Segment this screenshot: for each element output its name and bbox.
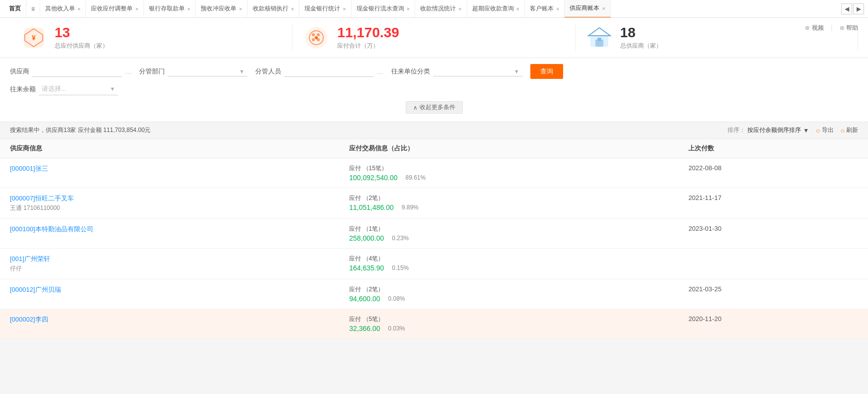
trans-amount-link-2[interactable]: 258,000.00 bbox=[349, 234, 384, 242]
balance-chevron-down-icon: ▼ bbox=[110, 86, 115, 92]
summary-bar: ¥ 13 总应付供应商（家） 11,170.39 应付合计（万） bbox=[0, 18, 868, 58]
nav-tab-collection-verify[interactable]: 收款核销执行 × bbox=[248, 0, 299, 18]
svg-point-6 bbox=[317, 33, 320, 36]
person-filter-label: 分管人员 bbox=[255, 67, 281, 76]
supplier-info-1: [000007]恒旺二手叉车 王通 17106110000 bbox=[10, 194, 349, 212]
supplier-name-4: [000012]广州贝瑞 bbox=[10, 285, 349, 294]
export-icon: ○ bbox=[816, 127, 820, 134]
nav-tab-cash-flow-query[interactable]: 现金银行流水查询 × bbox=[352, 0, 415, 18]
close-collection-stat-icon[interactable]: × bbox=[458, 6, 461, 12]
table-row: [000012]广州贝瑞 应付 （2笔） 94,600.00 0.08% 202… bbox=[0, 279, 868, 309]
nav-tab-home[interactable]: 首页 bbox=[4, 0, 26, 18]
export-label: 导出 bbox=[822, 126, 834, 134]
last-pay-2: 2023-01-30 bbox=[688, 225, 858, 232]
trans-amount-link-4[interactable]: 94,600.00 bbox=[349, 295, 380, 303]
nav-tab-collection-stat[interactable]: 收款情况统计 × bbox=[415, 0, 467, 18]
close-other-income-icon[interactable]: × bbox=[77, 6, 80, 12]
svg-rect-13 bbox=[597, 38, 601, 41]
nav-tab-overdue-ar-query[interactable]: 超期应收款查询 × bbox=[467, 0, 525, 18]
nav-tab-other-income[interactable]: 其他收入单 × bbox=[40, 0, 86, 18]
svg-point-9 bbox=[315, 36, 318, 39]
trans-label-2: 应付 （1笔） bbox=[349, 225, 688, 233]
close-ar-ap-adjust-icon[interactable]: × bbox=[135, 6, 138, 12]
dept-chevron-down-icon: ▼ bbox=[239, 68, 244, 74]
top-navigation: 首页 ≡ 其他收入单 × 应收应付调整单 × 银行存取款单 × 预收冲应收单 ×… bbox=[0, 0, 868, 18]
help-link[interactable]: ⊙ 帮助 bbox=[840, 24, 858, 32]
dept-filter-select[interactable]: ▼ bbox=[168, 67, 247, 76]
svg-point-7 bbox=[312, 38, 315, 41]
summary-payable-amount: 11,170.39 应付合计（万） bbox=[292, 24, 575, 52]
person-filter-input[interactable] bbox=[284, 66, 373, 77]
supplier-contact-1: 王通 17106110000 bbox=[10, 204, 349, 212]
close-prepay-ar-icon[interactable]: × bbox=[239, 6, 242, 12]
supplier-link-2[interactable]: [000100]本特勤油品有限公司 bbox=[10, 225, 93, 233]
payable-amount-label: 应付合计（万） bbox=[337, 42, 399, 50]
nav-tab-supplier-ledger[interactable]: 供应商账本 × bbox=[565, 0, 610, 18]
nav-tab-overdue-ar-query-label: 超期应收款查询 bbox=[472, 4, 514, 13]
nav-tab-collection-verify-label: 收款核销执行 bbox=[253, 4, 289, 13]
supplier-link-4[interactable]: [000012]广州贝瑞 bbox=[10, 286, 61, 293]
nav-prev-button[interactable]: ◀ bbox=[841, 3, 852, 14]
nav-tab-ar-ap-adjust[interactable]: 应收应付调整单 × bbox=[86, 0, 144, 18]
sort-control[interactable]: 排序： 按应付余额倒序排序 ▼ bbox=[727, 126, 809, 134]
supplier-filter-input[interactable] bbox=[32, 66, 122, 77]
filter-row-2: 往来余额 请选择... ▼ bbox=[10, 83, 858, 95]
refresh-label: 刷新 bbox=[846, 126, 858, 134]
summary-payable-suppliers: ¥ 13 总应付供应商（家） bbox=[10, 24, 292, 52]
sort-value[interactable]: 按应付余额倒序排序 bbox=[747, 126, 801, 134]
trans-amount-link-1[interactable]: 11,051,486.00 bbox=[349, 203, 394, 211]
close-customer-ledger-icon[interactable]: × bbox=[556, 6, 559, 12]
supplier-table: 供应商信息 应付交易信息（占比） 上次付数 [000001]张三 应付 （15笔… bbox=[0, 139, 868, 339]
trans-amount-link-5[interactable]: 32,366.00 bbox=[349, 325, 380, 332]
last-pay-4: 2021-03-25 bbox=[688, 285, 858, 293]
balance-select-text: 请选择... bbox=[42, 84, 108, 93]
supplier-link-3[interactable]: [001]广州荣轩 bbox=[10, 255, 50, 263]
trans-amount-link-0[interactable]: 100,092,540.00 bbox=[349, 174, 397, 182]
nav-tab-collection-stat-label: 收款情况统计 bbox=[420, 4, 456, 13]
refresh-button[interactable]: ○ 刷新 bbox=[841, 126, 858, 134]
transaction-info-2: 应付 （1笔） 258,000.00 0.23% bbox=[349, 225, 688, 242]
category-filter-select[interactable]: ▼ bbox=[433, 67, 522, 76]
col-header-lastpay: 上次付数 bbox=[688, 144, 858, 153]
nav-next-button[interactable]: ▶ bbox=[853, 3, 864, 14]
trans-percent-2: 0.23% bbox=[392, 235, 409, 242]
last-pay-5: 2020-11-20 bbox=[688, 315, 858, 323]
supplier-link-0[interactable]: [000001]张三 bbox=[10, 165, 48, 172]
nav-tab-bank-deposit[interactable]: 银行存取款单 × bbox=[144, 0, 196, 18]
close-collection-verify-icon[interactable]: × bbox=[291, 6, 294, 12]
nav-tab-ar-ap-adjust-label: 应收应付调整单 bbox=[91, 4, 133, 13]
trans-label-3: 应付 （4笔） bbox=[349, 255, 688, 263]
payable-suppliers-label: 总应付供应商（家） bbox=[55, 42, 108, 50]
nav-tab-other-income-label: 其他收入单 bbox=[45, 4, 75, 13]
supplier-dots-icon[interactable]: ... bbox=[125, 67, 131, 76]
nav-tab-cash-bank-stat[interactable]: 现金银行统计 × bbox=[299, 0, 351, 18]
nav-tab-customer-ledger-label: 客户账本 bbox=[530, 4, 554, 13]
video-link[interactable]: ⊙ 视频 bbox=[805, 24, 823, 32]
close-supplier-ledger-icon[interactable]: × bbox=[602, 5, 605, 11]
table-row: [000007]恒旺二手叉车 王通 17106110000 应付 （2笔） 11… bbox=[0, 188, 868, 219]
supplier-info-0: [000001]张三 bbox=[10, 164, 349, 173]
trans-amount-link-3[interactable]: 164,635.90 bbox=[349, 264, 384, 272]
close-overdue-ar-query-icon[interactable]: × bbox=[516, 6, 519, 12]
collapse-up-icon: ∧ bbox=[413, 104, 418, 111]
nav-tab-menu[interactable]: ≡ bbox=[26, 0, 40, 18]
close-cash-flow-query-icon[interactable]: × bbox=[407, 6, 410, 12]
svg-rect-12 bbox=[595, 40, 603, 47]
balance-filter-select[interactable]: 请选择... ▼ bbox=[39, 83, 118, 95]
query-button[interactable]: 查询 bbox=[530, 64, 563, 79]
person-dots-icon[interactable]: ... bbox=[376, 67, 383, 76]
nav-tab-customer-ledger[interactable]: 客户账本 × bbox=[525, 0, 565, 18]
supplier-link-5[interactable]: [000002]李四 bbox=[10, 316, 48, 323]
sort-chevron-down-icon: ▼ bbox=[803, 127, 809, 134]
close-bank-deposit-icon[interactable]: × bbox=[187, 6, 190, 12]
collapse-button[interactable]: ∧ 收起更多条件 bbox=[406, 101, 463, 114]
export-button[interactable]: ○ 导出 bbox=[816, 126, 833, 134]
last-pay-0: 2022-08-08 bbox=[688, 164, 858, 172]
category-chevron-down-icon: ▼ bbox=[514, 68, 519, 74]
supplier-link-1[interactable]: [000007]恒旺二手叉车 bbox=[10, 195, 74, 202]
svg-point-5 bbox=[312, 33, 315, 36]
close-cash-bank-stat-icon[interactable]: × bbox=[343, 6, 346, 12]
nav-tab-supplier-ledger-label: 供应商账本 bbox=[570, 4, 599, 12]
nav-tab-prepay-ar[interactable]: 预收冲应收单 × bbox=[196, 0, 247, 18]
filter-supplier: 供应商 ... bbox=[10, 66, 131, 77]
